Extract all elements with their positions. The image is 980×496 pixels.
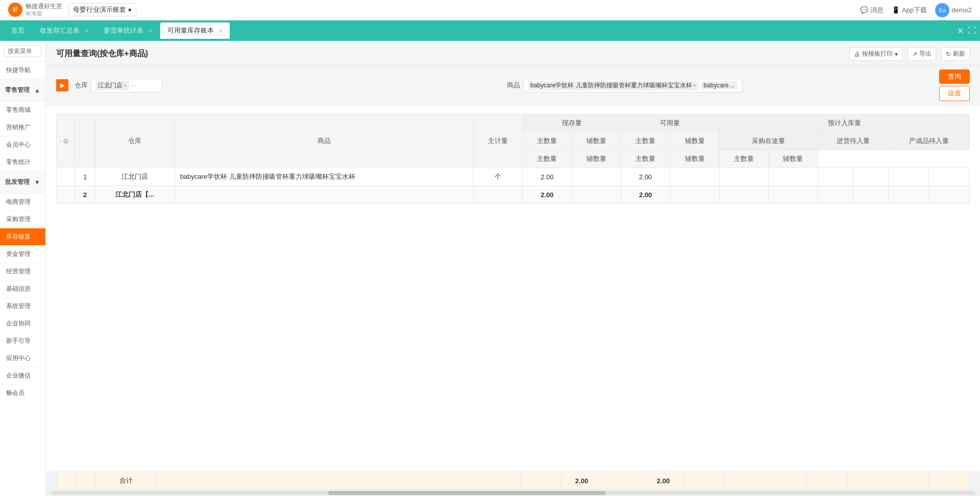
warehouse-tag-close[interactable]: ×: [124, 82, 127, 88]
sidebar-item-wholesale-mgmt[interactable]: 批发管理 ▼: [0, 171, 45, 194]
warehouse-filter-label: 仓库: [75, 81, 88, 90]
sidebar-item-retail-mall[interactable]: 零售商城: [0, 102, 45, 119]
footer-avail-sub: [684, 472, 725, 490]
user-area[interactable]: Ea demo2: [935, 3, 972, 17]
logo-area: 好 畅捷通好生意 标准版: [8, 3, 62, 17]
col-settings-icon[interactable]: ⚙: [63, 137, 69, 145]
cell-gw-main-2: [818, 186, 853, 204]
message-btn[interactable]: 💬 消息: [860, 6, 884, 15]
cell-stock-main-1: 2.00: [523, 168, 572, 186]
filter-bar: ▶ 仓库 江北门店 × ··· 商品 babycare学饮杯 儿童防摔防撞吸管杯…: [46, 65, 980, 106]
maximize-icon[interactable]: ⛶: [968, 26, 976, 35]
table-row: 1 江北门店 babycare学饮杯 儿童防摔防撞吸管杯重力球吸嘴杯宝宝水杯 个…: [57, 168, 970, 186]
sidebar-item-base-info[interactable]: 基础信息: [0, 280, 45, 298]
export-btn[interactable]: ↗ 导出: [908, 47, 936, 61]
product-tag-2: babycare…: [701, 81, 737, 89]
th-products-waiting: 产成品待入量: [888, 132, 969, 150]
app-download-btn[interactable]: 📱 App下载: [892, 6, 927, 15]
sidebar-item-purchase[interactable]: 采购管理: [0, 211, 45, 228]
sidebar-item-marketing[interactable]: 营销推广: [0, 119, 45, 136]
cell-avail-sub-2: [670, 186, 719, 204]
tab-income[interactable]: 收发存汇总表 ×: [33, 22, 95, 39]
refresh-btn[interactable]: ↻ 刷新: [941, 47, 970, 61]
cell-avail-main-1: 2.00: [621, 168, 670, 186]
tab-home[interactable]: 首页: [4, 22, 32, 39]
horizontal-scrollbar[interactable]: [46, 490, 980, 496]
scroll-thumb[interactable]: [328, 491, 605, 495]
close-window-icon[interactable]: ✕: [957, 26, 964, 36]
cell-gw-main-1: [818, 168, 853, 186]
sidebar-item-app-center[interactable]: 应用中心: [0, 350, 45, 367]
th-settings: ⚙: [57, 114, 75, 168]
export-label: 导出: [919, 50, 932, 58]
refresh-label: 刷新: [953, 50, 965, 58]
message-label: 消息: [870, 6, 884, 15]
tab-order[interactable]: 要货单统计表 ×: [96, 22, 159, 39]
footer-area: 合计 2.00 2.00: [46, 471, 980, 490]
sidebar-item-operations[interactable]: 经营管理: [0, 263, 45, 280]
cell-avail-sub-1: [670, 168, 719, 186]
th-stock-main: 主数量: [523, 132, 572, 150]
more-warehouse-btn[interactable]: ···: [131, 82, 136, 89]
cell-pw-main-1: [888, 168, 929, 186]
product-tag-1-close[interactable]: ×: [693, 82, 696, 88]
top-bar-left: 好 畅捷通好生意 标准版 母婴行业演示账套 ▾: [8, 3, 136, 17]
footer-table: 合计 2.00 2.00: [56, 471, 970, 490]
print-btn[interactable]: 🖨 按模板打印 ▾: [849, 47, 902, 61]
sidebar-item-retail-mgmt[interactable]: 零售管理 ▲: [0, 79, 45, 102]
query-btn[interactable]: 查询: [939, 69, 970, 84]
product-filter-group: 商品 babycare学饮杯 儿童防摔防撞吸管杯重力球吸嘴杯宝宝水杯 × bab…: [507, 79, 933, 92]
th-warehouse: 仓库: [95, 114, 175, 168]
tab-available-label: 可用量库存账本: [167, 26, 214, 35]
footer-row: 合计 2.00 2.00: [57, 472, 970, 490]
sidebar-item-retail-stats[interactable]: 零售统计: [0, 154, 45, 171]
user-name: demo2: [951, 6, 972, 14]
tab-available-close[interactable]: ×: [219, 27, 223, 34]
warehouse-filter-input[interactable]: 江北门店 × ···: [91, 79, 162, 92]
th-available-group: 可用量: [621, 114, 720, 132]
sidebar: 快捷导航 零售管理 ▲ 零售商城 营销推广 会员中心 零售统计 批发管理 ▼ 电…: [0, 41, 46, 496]
avatar: Ea: [935, 3, 949, 17]
page-actions: 🖨 按模板打印 ▾ ↗ 导出 ↻ 刷新: [849, 47, 970, 61]
print-icon: 🖨: [854, 51, 860, 58]
search-input[interactable]: [4, 45, 41, 57]
cell-gw-sub-2: [853, 186, 888, 204]
filter-toggle-btn[interactable]: ▶: [56, 79, 68, 91]
product-filter-input[interactable]: babycare学饮杯 儿童防摔防撞吸管杯重力球吸嘴杯宝宝水杯 × babyca…: [523, 79, 742, 92]
phone-icon: 📱: [892, 6, 900, 14]
retail-mgmt-arrow: ▲: [34, 87, 40, 94]
sidebar-item-inventory[interactable]: 库存核算: [0, 228, 45, 246]
print-label: 按模板打印: [862, 50, 893, 58]
sidebar-item-wechat-biz[interactable]: 企业微信: [0, 367, 45, 385]
footer-pt-sub: [766, 472, 806, 490]
chevron-down-icon: ▾: [128, 6, 132, 14]
tab-order-close[interactable]: ×: [149, 27, 152, 34]
cell-pw-main-2: [888, 186, 929, 204]
sidebar-item-enterprise[interactable]: 企业协同: [0, 315, 45, 333]
message-icon: 💬: [860, 6, 868, 14]
footer-label: 合计: [95, 472, 157, 490]
sidebar-item-member[interactable]: 会员中心: [0, 136, 45, 154]
cell-pw-sub-2: [929, 186, 970, 204]
sidebar-item-vip[interactable]: 畅会员: [0, 385, 45, 402]
cell-gw-sub-1: [853, 168, 888, 186]
th-current-stock-group: 现存量: [523, 114, 621, 132]
sidebar-item-system[interactable]: 系统管理: [0, 298, 45, 315]
tab-income-close[interactable]: ×: [85, 27, 88, 34]
settings-btn[interactable]: 设置: [939, 86, 970, 101]
th-goods-waiting: 进货待入量: [818, 132, 888, 150]
th-avail-sub: 辅数量: [670, 132, 719, 150]
footer-stock-sub: [602, 472, 643, 490]
cell-stock-main-2: 2.00: [523, 186, 572, 204]
refresh-icon: ↻: [946, 51, 951, 58]
sidebar-item-finance[interactable]: 资金管理: [0, 246, 45, 263]
cell-pt-sub-2: [769, 186, 818, 204]
logo-icon: 好: [8, 3, 22, 17]
tab-available[interactable]: 可用量库存账本 ×: [160, 22, 230, 39]
sidebar-item-new-guide[interactable]: 新手引导: [0, 333, 45, 350]
sidebar-item-quick-nav[interactable]: 快捷导航: [0, 62, 45, 79]
industry-selector[interactable]: 母婴行业演示账套 ▾: [68, 3, 136, 16]
sidebar-item-ecommerce[interactable]: 电商管理: [0, 194, 45, 211]
table-container: ⚙ 仓库 商品 主计量 现存量 可用量 预计入库量 主数量 辅数量 主数量: [46, 106, 980, 471]
sidebar-search: [0, 41, 45, 62]
